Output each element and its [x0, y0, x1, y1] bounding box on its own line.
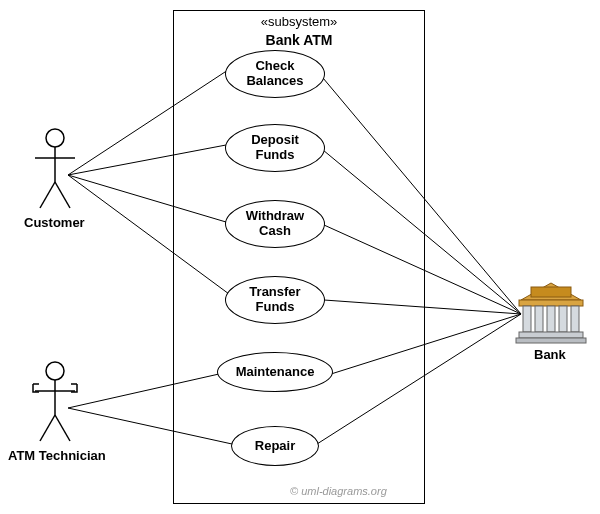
usecase-label: Repair: [255, 439, 295, 454]
actor-technician-label: ATM Technician: [8, 448, 106, 463]
subsystem-header: «subsystem» Bank ATM: [174, 14, 424, 49]
actor-customer-label: Customer: [24, 215, 85, 230]
copyright-text: © uml-diagrams.org: [290, 485, 387, 497]
usecase-label: Maintenance: [236, 365, 315, 380]
usecase-withdraw-cash: WithdrawCash: [225, 200, 325, 248]
actor-bank-label: Bank: [534, 347, 566, 362]
usecase-check-balances: CheckBalances: [225, 50, 325, 98]
usecase-transfer-funds: TransferFunds: [225, 276, 325, 324]
subsystem-title: Bank ATM: [174, 31, 424, 49]
subsystem-stereotype: «subsystem»: [174, 14, 424, 31]
usecase-maintenance: Maintenance: [217, 352, 333, 392]
usecase-label: DepositFunds: [251, 133, 299, 163]
usecase-label: CheckBalances: [246, 59, 303, 89]
usecase-repair: Repair: [231, 426, 319, 466]
usecase-deposit-funds: DepositFunds: [225, 124, 325, 172]
usecase-label: WithdrawCash: [246, 209, 304, 239]
usecase-label: TransferFunds: [249, 285, 300, 315]
uml-usecase-diagram: «subsystem» Bank ATM CheckBalances Depos…: [0, 0, 600, 514]
